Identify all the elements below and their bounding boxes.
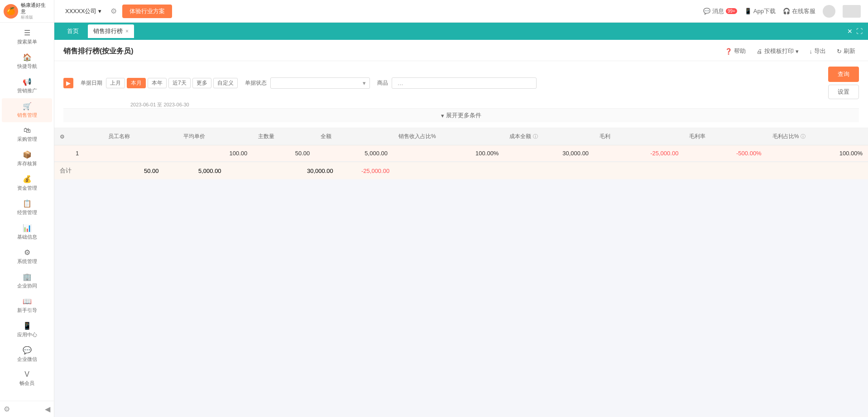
collapse-icon[interactable]: ◀ (45, 405, 50, 413)
app-download-button[interactable]: 📱 App下载 (744, 7, 776, 15)
help-icon: ❓ (725, 48, 732, 55)
logo-badge: 标准版 (21, 14, 50, 20)
date-btn-1[interactable]: 本月 (127, 78, 146, 88)
gross-pct-info-icon: ⓘ (801, 134, 806, 139)
help-button[interactable]: ❓ 帮助 (721, 45, 749, 57)
query-button[interactable]: 查询 (828, 67, 859, 82)
company-name: XXXXX公司 (65, 7, 96, 15)
expand-conditions-button[interactable]: ▾ 展开更多条件 (441, 111, 481, 120)
filter-area: ▶ 单据日期 上月本月本年近7天更多自定义 单据状态 ▾ (54, 61, 868, 128)
table-header: ⚙ 员工名称 平均单价 主数量 全额 销售收入占比% 成本全额 ⓘ 毛利 毛利率 (54, 128, 868, 145)
table-wrapper: ⚙ 员工名称 平均单价 主数量 全额 销售收入占比% 成本全额 ⓘ 毛利 毛利率 (54, 128, 868, 162)
headset-icon: 🎧 (783, 8, 790, 14)
wechat-label: 企业微信 (17, 356, 37, 363)
sidebar-item-apps[interactable]: 📱 应用中心 (2, 318, 52, 342)
tab-maximize-icon[interactable]: ⛶ (856, 28, 863, 35)
wechat-icon: 💬 (23, 346, 32, 355)
date-btn-5[interactable]: 自定义 (213, 78, 238, 88)
row-avg-price: 100.00 (178, 145, 253, 162)
sidebar-item-system[interactable]: ⚙ 系统管理 (2, 244, 52, 268)
sidebar-item-finance[interactable]: 💰 资金管理 (2, 171, 52, 195)
settings-icon[interactable]: ⚙ (4, 405, 10, 413)
goods-label: 商品 (377, 79, 388, 87)
chevron-down-icon: ▾ (441, 112, 444, 119)
tabbar-right: ✕ ⛶ (847, 28, 863, 35)
main-area: XXXXX公司 ▾ ⚙ 体验行业方案 💬 消息 99+ 📱 App下载 🎧 在线… (54, 0, 868, 417)
print-icon: 🖨 (757, 48, 762, 55)
member-icon: V (24, 370, 29, 379)
col-cost: 成本全额 ⓘ (504, 128, 594, 145)
sidebar-item-corp[interactable]: 🏢 企业协同 (2, 269, 52, 293)
message-button[interactable]: 💬 消息 99+ (703, 7, 737, 15)
print-label: 按模板打印 (764, 47, 794, 55)
sidebar-item-purchase[interactable]: 🛍 采购管理 (2, 123, 52, 146)
sidebar-item-search[interactable]: ☰ 搜索菜单 (2, 25, 52, 49)
tab-label: 销售排行榜 (93, 27, 123, 35)
goods-select[interactable]: … (392, 77, 537, 89)
date-btn-3[interactable]: 近7天 (168, 78, 191, 88)
date-btn-2[interactable]: 本年 (148, 78, 167, 88)
row-main-qty: 50.00 (253, 145, 315, 162)
page-title: 销售排行榜(按业务员) (63, 47, 134, 56)
tab-sales-ranking[interactable]: 销售排行榜 × (88, 24, 134, 38)
shortcut-label: 快捷导航 (17, 63, 37, 70)
topbar-gear-icon[interactable]: ⚙ (110, 7, 117, 15)
sidebar-item-member[interactable]: V 畅会员 (2, 367, 52, 390)
trial-button[interactable]: 体验行业方案 (122, 5, 172, 18)
sidebar-item-marketing[interactable]: 📢 营销推广 (2, 74, 52, 98)
online-service-label: 在线客服 (792, 7, 815, 15)
cost-info-icon: ⓘ (533, 134, 538, 139)
message-label: 消息 (712, 7, 724, 15)
settings-button[interactable]: 设置 (828, 85, 859, 99)
refresh-label: 刷新 (844, 47, 855, 55)
footer-main-qty: 50.00 (144, 168, 180, 174)
footer-amount: 5,000.00 (198, 168, 235, 174)
apps-icon: 📱 (23, 321, 32, 330)
tab-close-icon[interactable]: × (125, 28, 129, 34)
sidebar-item-inventory[interactable]: 📦 库存核算 (2, 147, 52, 171)
filter-expand-icon[interactable]: ▶ (63, 78, 73, 88)
shortcut-icon: 🏠 (23, 53, 32, 62)
row-gross-rate: -500.00% (684, 145, 767, 162)
sidebar-item-operations[interactable]: 📋 经营管理 (2, 196, 52, 220)
goods-filter: 商品 … (377, 77, 537, 89)
row-sales-pct: 100.00% (393, 145, 504, 162)
basic-icon: 📊 (23, 224, 32, 232)
refresh-button[interactable]: ↻ 刷新 (833, 45, 859, 57)
col-main-qty: 主数量 (253, 128, 315, 145)
sidebar-item-shortcut[interactable]: 🏠 快捷导航 (2, 49, 52, 73)
online-service-button[interactable]: 🎧 在线客服 (783, 7, 815, 15)
tab-home[interactable]: 首页 (60, 24, 86, 38)
sidebar-item-sales[interactable]: 🛒 销售管理 (2, 98, 52, 122)
system-icon: ⚙ (24, 248, 30, 257)
avatar[interactable] (823, 5, 835, 18)
row-cost: 30,000.00 (504, 145, 594, 162)
row-gross: -25,000.00 (594, 145, 684, 162)
message-icon: 💬 (703, 8, 710, 14)
export-button[interactable]: ↓ 导出 (806, 45, 830, 57)
company-selector[interactable]: XXXXX公司 ▾ (62, 5, 105, 17)
col-name: 员工名称 (103, 128, 178, 145)
col-avg-price: 平均单价 (178, 128, 253, 145)
goods-more-icon[interactable]: … (398, 80, 403, 86)
row-amount: 5,000.00 (315, 145, 393, 162)
date-btn-0[interactable]: 上月 (106, 78, 125, 88)
filter-actions: 查询 设置 (828, 67, 859, 99)
topbar: XXXXX公司 ▾ ⚙ 体验行业方案 💬 消息 99+ 📱 App下载 🎧 在线… (54, 0, 868, 23)
expand-label: 展开更多条件 (446, 111, 481, 120)
sidebar-item-wechat[interactable]: 💬 企业微信 (2, 342, 52, 366)
table-row: 1 100.00 50.00 5,000.00 100.00% 30,000.0… (54, 145, 868, 162)
table-footer: 合计 50.00 5,000.00 30,000.00 -25,000.00 (54, 162, 868, 179)
logo-icon: 🍊 (4, 4, 18, 19)
print-button[interactable]: 🖨 按模板打印 ▾ (753, 45, 802, 57)
status-label: 单据状态 (245, 79, 267, 87)
col-rank (70, 128, 103, 145)
col-gear[interactable]: ⚙ (54, 128, 70, 145)
status-select[interactable]: ▾ (270, 77, 370, 89)
sidebar-item-basic[interactable]: 📊 基础信息 (2, 220, 52, 244)
company-dropdown-icon: ▾ (98, 8, 101, 14)
tab-close-all-icon[interactable]: ✕ (847, 28, 853, 35)
date-btn-4[interactable]: 更多 (192, 78, 211, 88)
sidebar-item-guide[interactable]: 📖 新手引导 (2, 293, 52, 317)
expand-conditions-row: ▾ 展开更多条件 (63, 108, 859, 122)
